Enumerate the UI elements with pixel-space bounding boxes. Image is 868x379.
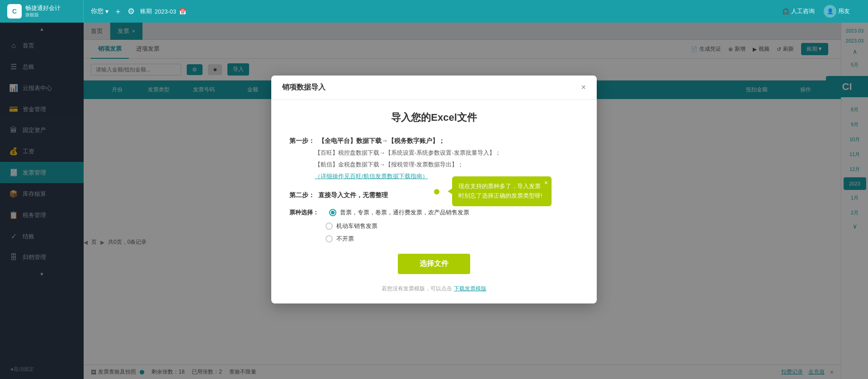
select-file-btn[interactable]: 选择文件 <box>398 254 470 274</box>
radio-normal[interactable] <box>329 209 336 216</box>
company-selector[interactable]: 你您 ▾ <box>91 7 108 15</box>
top-nav: 你您 ▾ ＋ ⚙ 账期 2023-03 📅 🎧 人工咨询 👤 用友 <box>84 0 868 23</box>
tooltip-anchor-dot <box>434 189 439 194</box>
modal-header: 销项数据导入 × <box>271 76 597 100</box>
period-label: 账期 2023-03 📅 <box>140 7 186 15</box>
logo-text: 畅捷通好会计 <box>25 5 61 12</box>
top-bar: C 畅捷通好会计 旗舰版 你您 ▾ ＋ ⚙ 账期 2023-03 📅 🎧 人工咨… <box>0 0 868 23</box>
ticket-option-0[interactable]: 普票，专票，卷票，通行费发票，农产品销售发票 <box>329 208 469 217</box>
logo-icon: C <box>7 4 22 19</box>
headset-icon: 🎧 <box>782 8 789 15</box>
top-right-area: 🎧 人工咨询 👤 用友 <box>782 5 861 18</box>
modal-title: 销项数据导入 <box>282 83 326 92</box>
logo-area: C 畅捷通好会计 旗舰版 <box>0 0 84 23</box>
radio-motor[interactable] <box>326 223 333 230</box>
company-name: 你您 <box>91 7 104 15</box>
modal-main-title: 导入您的Excel文件 <box>289 111 579 124</box>
ticket-option-1[interactable]: 机动车销售发票 <box>326 222 579 230</box>
step1-label: 第一步： 【全电平台】数据下载→【税务数字账户】； <box>289 137 579 145</box>
ticket-select: 票种选择： 普票，专票，卷票，通行费发票，农产品销售发票 机动车销售发票 不开票 <box>289 208 579 243</box>
calendar-icon: 📅 <box>179 8 186 15</box>
modal-footer: 若您没有发票模版，可以点击 下载发票模版 <box>289 285 579 293</box>
guide-link[interactable]: （详细操作见百旺/航信发票数据下载指南） <box>315 173 428 180</box>
download-template-link[interactable]: 下载发票模版 <box>454 285 486 292</box>
tooltip-balloon: × 现在支持的票种多了，导入发票时别忘了选择正确的发票类型呀! <box>452 176 552 206</box>
ticket-label: 票种选择： <box>289 208 326 217</box>
step1-section: 第一步： 【全电平台】数据下载→【税务数字账户】； 【百旺】税控盘数据下载→【系… <box>289 137 579 182</box>
user-button[interactable]: 👤 用友 <box>824 5 850 18</box>
add-button[interactable]: ＋ <box>114 6 122 17</box>
logo-badge: 旗舰版 <box>25 12 61 18</box>
settings-button[interactable]: ⚙ <box>127 6 135 16</box>
tooltip-close-btn[interactable]: × <box>544 179 548 186</box>
dropdown-icon: ▾ <box>105 8 108 15</box>
consult-button[interactable]: 🎧 人工咨询 <box>782 7 815 15</box>
modal-close-btn[interactable]: × <box>581 83 586 92</box>
radio-notissued[interactable] <box>326 235 333 242</box>
avatar: 👤 <box>824 5 836 18</box>
ticket-option-2[interactable]: 不开票 <box>326 235 579 243</box>
